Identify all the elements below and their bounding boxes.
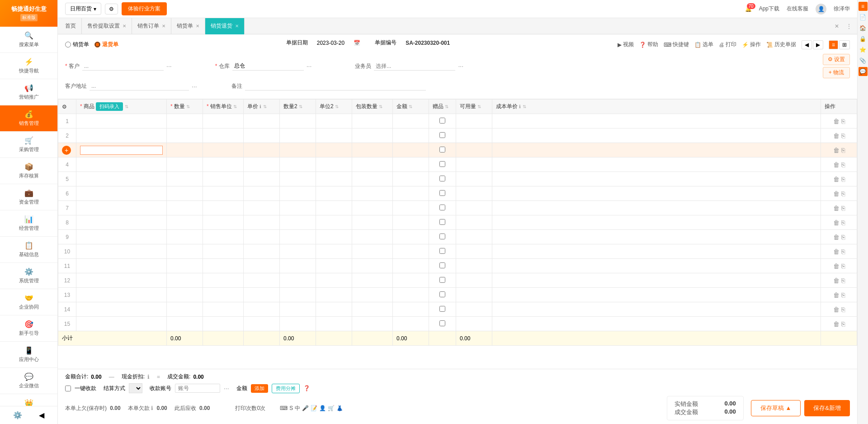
- prev-record-btn[interactable]: ◀: [802, 40, 812, 49]
- available-cell[interactable]: [456, 201, 492, 215]
- gift-checkbox[interactable]: [439, 132, 445, 138]
- sales-unit-cell[interactable]: [203, 259, 244, 273]
- quantity2-cell[interactable]: [280, 129, 316, 143]
- unit2-cell[interactable]: [316, 186, 352, 201]
- right-sidebar-icon-5[interactable]: ⭐: [859, 45, 868, 54]
- unit-price-cell[interactable]: [244, 302, 280, 317]
- row-delete-btn[interactable]: 🗑: [833, 219, 840, 226]
- amount-cell[interactable]: [393, 302, 429, 317]
- quantity-cell[interactable]: [167, 273, 203, 288]
- row-copy-btn[interactable]: ⎘: [841, 147, 845, 154]
- unit2-cell[interactable]: [316, 201, 352, 215]
- row-delete-btn[interactable]: 🗑: [833, 205, 840, 212]
- gift-checkbox[interactable]: [439, 205, 445, 210]
- product-cell[interactable]: [76, 259, 167, 273]
- collapse-sidebar-icon[interactable]: ◀: [39, 411, 44, 419]
- pack-qty-cell[interactable]: [352, 172, 393, 186]
- cost-price-sort-icon[interactable]: ⇅: [523, 104, 526, 109]
- gift-checkbox[interactable]: [439, 291, 445, 297]
- unit-price-cell[interactable]: [244, 172, 280, 186]
- pack-qty-cell[interactable]: [352, 186, 393, 201]
- product-cell[interactable]: [76, 129, 167, 143]
- amount-cell[interactable]: [393, 244, 429, 259]
- product-cell[interactable]: [76, 244, 167, 259]
- quantity-cell[interactable]: [167, 186, 203, 201]
- quantity-cell[interactable]: [167, 230, 203, 244]
- app-download-link[interactable]: App下载: [759, 5, 779, 13]
- sidebar-item-purchase[interactable]: 🛒 采购管理: [0, 132, 57, 158]
- amount-cell[interactable]: [393, 114, 429, 129]
- gift-checkbox[interactable]: [439, 190, 445, 196]
- product-cell[interactable]: [76, 172, 167, 186]
- quantity2-cell[interactable]: [280, 186, 316, 201]
- quantity-sort-icon[interactable]: ⇅: [186, 104, 190, 109]
- unit-price-cell[interactable]: [244, 273, 280, 288]
- available-cell[interactable]: [456, 273, 492, 288]
- right-sidebar-icon-6[interactable]: 📎: [859, 56, 868, 65]
- row-copy-btn[interactable]: ⎘: [841, 291, 845, 299]
- cost-price-cell[interactable]: [492, 288, 821, 302]
- cost-price-cell[interactable]: [492, 129, 821, 143]
- unit2-cell[interactable]: [316, 288, 352, 302]
- quantity-cell[interactable]: [167, 157, 203, 172]
- product-cell[interactable]: [76, 288, 167, 302]
- sales-unit-cell[interactable]: [203, 244, 244, 259]
- customer-address-input[interactable]: [90, 82, 189, 91]
- keyboard-tool-icon[interactable]: ⌨: [280, 405, 288, 411]
- quantity2-cell[interactable]: [280, 317, 316, 331]
- gift-cell[interactable]: [429, 259, 456, 273]
- tab-close-all-icon[interactable]: ✕: [831, 23, 843, 29]
- tab-sales-delivery-close[interactable]: ✕: [196, 24, 199, 29]
- unit-price-sort-icon[interactable]: ⇅: [263, 104, 267, 109]
- warehouse-select-btn[interactable]: ···: [307, 62, 312, 70]
- quantity2-cell[interactable]: [280, 215, 316, 230]
- tool2-icon[interactable]: 中: [295, 405, 300, 412]
- quantity-cell[interactable]: [167, 215, 203, 230]
- row-copy-btn[interactable]: ⎘: [841, 205, 845, 212]
- available-cell[interactable]: [456, 215, 492, 230]
- pack-qty-cell[interactable]: [352, 129, 393, 143]
- pack-qty-cell[interactable]: [352, 317, 393, 331]
- account-select-btn[interactable]: ···: [224, 385, 229, 392]
- sales-unit-cell[interactable]: [203, 114, 244, 129]
- available-cell[interactable]: [456, 244, 492, 259]
- available-cell[interactable]: [456, 302, 492, 317]
- gift-checkbox[interactable]: [439, 320, 445, 326]
- amount-cell[interactable]: [393, 317, 429, 331]
- amount-cell[interactable]: [393, 288, 429, 302]
- available-cell[interactable]: [456, 186, 492, 201]
- product-input[interactable]: [80, 146, 163, 155]
- unit2-cell[interactable]: [316, 302, 352, 317]
- save-draft-btn[interactable]: 保存草稿 ▲: [751, 400, 801, 416]
- save-new-btn[interactable]: 保存&新增: [804, 400, 850, 416]
- cost-price-cell[interactable]: [492, 215, 821, 230]
- quantity-cell[interactable]: [167, 201, 203, 215]
- salesperson-input[interactable]: [374, 62, 455, 71]
- product-cell[interactable]: [76, 302, 167, 317]
- shortcuts-btn[interactable]: ⌨ 快捷键: [664, 41, 689, 48]
- quantity-cell[interactable]: [167, 302, 203, 317]
- gift-cell[interactable]: [429, 172, 456, 186]
- calendar-icon[interactable]: 📅: [354, 40, 360, 46]
- customer-select-btn[interactable]: ···: [166, 62, 172, 70]
- row-copy-btn[interactable]: ⎘: [841, 320, 845, 328]
- settings-button[interactable]: ⚙: [105, 4, 118, 14]
- cost-price-info[interactable]: ℹ: [519, 104, 521, 109]
- print-btn[interactable]: 🖨 打印: [719, 41, 736, 48]
- gift-checkbox[interactable]: [439, 219, 445, 225]
- unit-price-cell[interactable]: [244, 114, 280, 129]
- row-delete-btn[interactable]: 🗑: [833, 161, 840, 168]
- sales-unit-cell[interactable]: [203, 186, 244, 201]
- cost-price-cell[interactable]: [492, 114, 821, 129]
- pack-qty-cell[interactable]: [352, 201, 393, 215]
- quantity2-cell[interactable]: [280, 288, 316, 302]
- product-cell[interactable]: [76, 143, 167, 157]
- username[interactable]: 徐泽华: [834, 5, 850, 13]
- logistics-btn[interactable]: + 物流: [823, 67, 850, 78]
- scan-btn[interactable]: 扫码录入: [96, 102, 123, 111]
- salesperson-select-btn[interactable]: ···: [458, 62, 463, 70]
- fee-help-icon[interactable]: ❓: [303, 385, 310, 391]
- help-btn[interactable]: ❓ 帮助: [639, 41, 658, 48]
- row-copy-btn[interactable]: ⎘: [841, 233, 845, 241]
- sales-unit-cell[interactable]: [203, 143, 244, 157]
